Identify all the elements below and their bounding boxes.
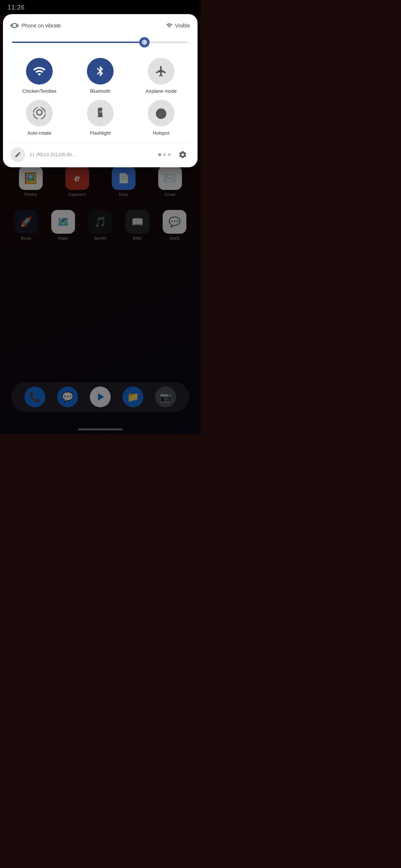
- qs-tile-hotspot[interactable]: Hotspot: [132, 100, 190, 136]
- qs-dot-3: [168, 153, 171, 156]
- brightness-row: [10, 36, 190, 49]
- qs-page-dots: [158, 153, 171, 156]
- bluetooth-tile-icon: [87, 58, 114, 85]
- hotspot-tile-icon: [148, 100, 175, 126]
- wifi-tile-icon: [26, 58, 53, 85]
- qs-tile-wifi[interactable]: ChickenTendies: [10, 58, 68, 94]
- brightness-slider[interactable]: [12, 36, 189, 49]
- qs-tile-flashlight[interactable]: Flashlight: [71, 100, 129, 136]
- svg-rect-1: [98, 108, 102, 110]
- signal-icon: [166, 22, 173, 29]
- qs-tile-airplane[interactable]: Airplane mode: [132, 58, 190, 94]
- qs-header: Phone on vibrate Visible: [10, 22, 190, 30]
- brightness-icon: [141, 39, 147, 45]
- quick-settings-panel: Phone on vibrate Visible: [3, 14, 198, 167]
- flashlight-tile-icon: [87, 100, 114, 126]
- bluetooth-tile-label: Bluetooth: [90, 88, 111, 94]
- qs-tile-autorotate[interactable]: Auto-rotate: [10, 100, 68, 136]
- vibrate-icon: [10, 22, 19, 30]
- vibrate-label: Phone on vibrate: [22, 23, 61, 29]
- airplane-tile-icon: [148, 58, 175, 85]
- qs-vibrate-status: Phone on vibrate: [10, 22, 61, 30]
- autorotate-tile-label: Auto-rotate: [27, 130, 51, 136]
- autorotate-tile-icon: [26, 100, 53, 126]
- hotspot-tile-label: Hotspot: [153, 130, 170, 136]
- flashlight-tile-label: Flashlight: [90, 130, 111, 136]
- brightness-track: [12, 42, 189, 43]
- qs-bottom-bar: 11 (RD1A.201105.00...: [10, 143, 190, 167]
- airplane-tile-label: Airplane mode: [146, 88, 177, 94]
- qs-settings-button[interactable]: [175, 147, 190, 162]
- signal-label: Visible: [175, 23, 190, 29]
- wifi-tile-label: ChickenTendies: [22, 88, 56, 94]
- qs-signal-status: Visible: [166, 22, 190, 29]
- brightness-fill: [12, 42, 144, 43]
- qs-grid: ChickenTendies Bluetooth Airplane mode: [10, 58, 190, 136]
- brightness-thumb: [139, 37, 150, 47]
- qs-edit-button[interactable]: [10, 147, 25, 162]
- svg-rect-2: [99, 111, 101, 113]
- qs-version-text: 11 (RD1A.201105.00...: [30, 152, 154, 157]
- qs-dot-2: [163, 153, 166, 156]
- qs-tile-bluetooth[interactable]: Bluetooth: [71, 58, 129, 94]
- qs-dot-1: [158, 153, 161, 156]
